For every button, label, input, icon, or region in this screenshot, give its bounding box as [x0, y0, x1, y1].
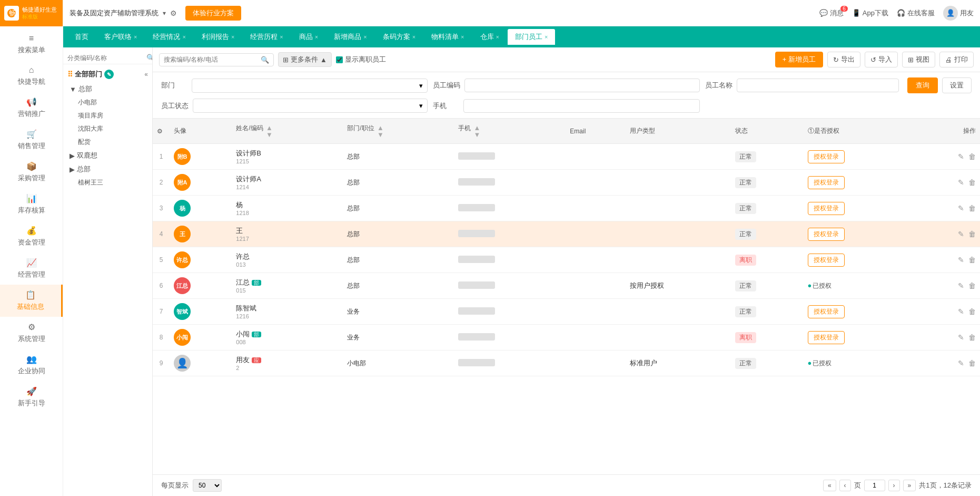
dept-section-zongbu2[interactable]: ▶ 总部 — [65, 162, 150, 176]
filter-phone-input[interactable] — [463, 99, 699, 113]
sidebar-item-marketing[interactable]: 📢 营销推广 — [0, 92, 63, 124]
edit-icon[interactable]: ✎ — [958, 281, 964, 290]
auth-btn[interactable]: 授权登录 — [808, 331, 845, 344]
query-btn[interactable]: 查询 — [907, 77, 938, 93]
topbar-dropdown-icon[interactable]: ▾ — [163, 9, 166, 17]
edit-icon[interactable]: ✎ — [958, 204, 964, 212]
topbar-service[interactable]: 🎧 在线客服 — [897, 8, 935, 18]
sidebar-item-finance[interactable]: 💰 资金管理 — [0, 220, 63, 252]
search-input[interactable] — [164, 56, 259, 63]
tab-new-goods-close[interactable]: × — [363, 34, 367, 40]
sidebar-item-operations[interactable]: 📈 经营管理 — [0, 252, 63, 285]
tab-history[interactable]: 经营历程 × — [243, 29, 290, 45]
edit-icon[interactable]: ✎ — [958, 359, 964, 367]
delete-icon[interactable]: 🗑 — [968, 152, 976, 161]
sidebar-item-nav[interactable]: ⌂ 快捷导航 — [0, 60, 63, 92]
dept-section-shuanglu[interactable]: ▶ 双鹿想 — [65, 149, 150, 162]
sidebar-item-search[interactable]: ≡ 搜索菜单 — [0, 28, 63, 60]
topbar-msg[interactable]: 💬 消息 6 — [819, 8, 844, 18]
col-phone[interactable]: 手机 ▲▼ — [454, 119, 566, 144]
auth-btn[interactable]: 授权登录 — [808, 254, 845, 267]
first-page-btn[interactable]: « — [823, 480, 836, 491]
delete-icon[interactable]: 🗑 — [968, 230, 976, 238]
setting-btn[interactable]: 设置 — [942, 77, 972, 93]
dept-child-xiaodibu[interactable]: 小电部 — [65, 96, 150, 109]
auth-btn[interactable]: 授权登录 — [808, 305, 845, 318]
filter-empname-input[interactable] — [737, 79, 899, 92]
dept-all[interactable]: ⠿ 全部部门 ✎ « — [63, 66, 152, 82]
edit-icon[interactable]: ✎ — [958, 333, 964, 342]
sidebar-item-base[interactable]: 📋 基础信息 — [0, 285, 63, 317]
show-resigned-label[interactable]: 显示离职员工 — [336, 55, 386, 64]
sidebar-item-collab[interactable]: 👥 企业协同 — [0, 349, 63, 381]
dept-child-xiangmuku[interactable]: 项目库房 — [65, 109, 150, 122]
auth-btn[interactable]: 授权登录 — [808, 150, 845, 163]
edit-icon[interactable]: ✎ — [958, 307, 964, 316]
tab-barcode[interactable]: 条码方案 × — [375, 29, 423, 45]
tab-profit[interactable]: 利润报告 × — [194, 29, 242, 45]
tab-bizstatus[interactable]: 经营情况 × — [145, 29, 193, 45]
auth-btn[interactable]: 授权登录 — [808, 202, 845, 215]
col-settings[interactable]: ⚙ — [153, 119, 170, 144]
col-dept[interactable]: 部门/职位 ▲▼ — [343, 119, 454, 144]
tab-customer[interactable]: 客户联络 × — [97, 29, 144, 45]
import-btn[interactable]: ↺ 导入 — [865, 52, 898, 67]
tab-goods-close[interactable]: × — [315, 34, 318, 40]
edit-icon[interactable]: ✎ — [958, 256, 964, 264]
tab-warehouse[interactable]: 仓库 × — [473, 29, 507, 45]
dept-search-icon[interactable]: 🔍 — [146, 54, 153, 62]
more-filter-btn[interactable]: ⊞ 更多条件 ▲ — [278, 52, 332, 67]
delete-icon[interactable]: 🗑 — [968, 256, 976, 264]
delete-icon[interactable]: 🗑 — [968, 307, 976, 316]
tab-barcode-close[interactable]: × — [412, 34, 415, 40]
tab-customer-close[interactable]: × — [134, 34, 137, 40]
filter-empcode-input[interactable] — [464, 79, 699, 92]
dept-child-zhishu[interactable]: 植树王三 — [65, 176, 150, 189]
last-page-btn[interactable]: » — [903, 480, 916, 491]
tab-history-close[interactable]: × — [280, 34, 283, 40]
tab-warehouse-close[interactable]: × — [496, 34, 499, 40]
filter-dept-select[interactable]: ▾ — [192, 79, 428, 93]
edit-icon[interactable]: ✎ — [958, 178, 964, 187]
tab-employee-close[interactable]: × — [545, 34, 548, 40]
dept-child-shenyang[interactable]: 沈阳大库 — [65, 122, 150, 135]
page-input[interactable] — [864, 480, 885, 491]
edit-icon[interactable]: ✎ — [958, 230, 964, 238]
sidebar-item-inventory[interactable]: 📊 库存核算 — [0, 188, 63, 220]
dept-section-zongbu[interactable]: ▼ 总部 — [65, 82, 150, 96]
prev-page-btn[interactable]: ‹ — [839, 480, 851, 491]
sidebar-item-guide[interactable]: 🚀 新手引导 — [0, 381, 63, 413]
tab-goods[interactable]: 商品 × — [292, 29, 325, 45]
filter-empstatus-select[interactable]: ▾ — [193, 99, 428, 113]
sidebar-item-sales[interactable]: 🛒 销售管理 — [0, 124, 63, 156]
tab-home[interactable]: 首页 — [67, 29, 96, 45]
topbar-app[interactable]: 📱 App下载 — [852, 8, 888, 18]
delete-icon[interactable]: 🗑 — [968, 281, 976, 290]
search-icon[interactable]: 🔍 — [261, 56, 269, 64]
per-page-select[interactable]: 50 100 200 — [193, 479, 222, 492]
delete-icon[interactable]: 🗑 — [968, 204, 976, 212]
trial-btn[interactable]: 体验行业方案 — [185, 6, 241, 21]
edit-icon[interactable]: ✎ — [958, 152, 964, 161]
delete-icon[interactable]: 🗑 — [968, 333, 976, 342]
tab-bom[interactable]: 物料清单 × — [424, 29, 471, 45]
add-employee-btn[interactable]: + 新增员工 — [775, 52, 823, 67]
print-btn[interactable]: 🖨 打印 — [939, 52, 974, 67]
topbar-user[interactable]: 👤 用友 — [943, 6, 974, 21]
delete-icon[interactable]: 🗑 — [968, 359, 976, 367]
dept-edit-btn[interactable]: ✎ — [104, 70, 114, 79]
tab-bizstatus-close[interactable]: × — [182, 34, 185, 40]
tab-employee[interactable]: 部门员工 × — [508, 29, 555, 45]
dept-collapse-btn[interactable]: « — [144, 71, 148, 78]
delete-icon[interactable]: 🗑 — [968, 178, 976, 187]
sidebar-item-system[interactable]: ⚙ 系统管理 — [0, 317, 63, 349]
export-btn[interactable]: ↻ 导出 — [827, 52, 860, 67]
topbar-gear-icon[interactable]: ⚙ — [170, 9, 177, 17]
col-name[interactable]: 姓名/编码 ▲▼ — [232, 119, 343, 144]
show-resigned-checkbox[interactable] — [336, 56, 343, 63]
dept-child-peihuo[interactable]: 配货 — [65, 135, 150, 149]
next-page-btn[interactable]: › — [888, 480, 900, 491]
auth-btn[interactable]: 授权登录 — [808, 228, 845, 241]
tab-bom-close[interactable]: × — [461, 34, 464, 40]
dept-search-input[interactable] — [67, 54, 146, 62]
